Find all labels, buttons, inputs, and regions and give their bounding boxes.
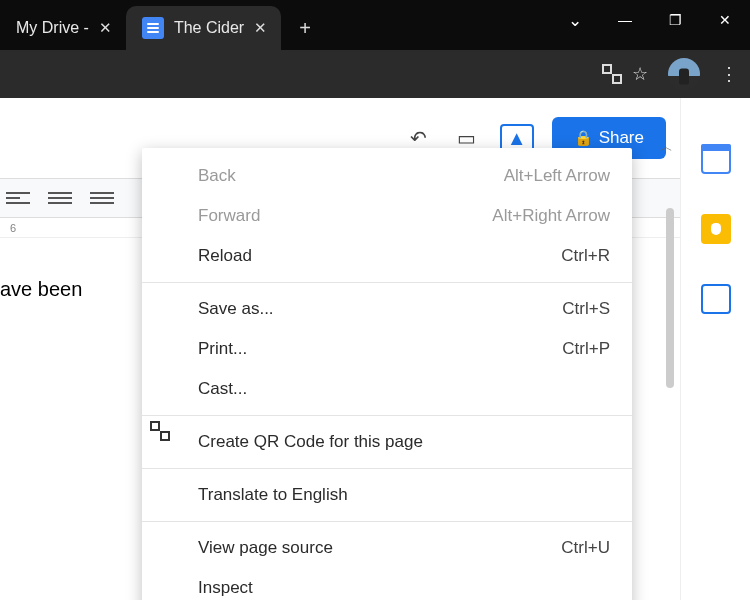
- lock-icon: 🔒: [574, 129, 593, 147]
- ctx-shortcut: Ctrl+P: [562, 339, 610, 359]
- maximize-button[interactable]: ❐: [650, 0, 700, 40]
- align-left-icon[interactable]: [6, 186, 30, 210]
- ctx-print[interactable]: Print... Ctrl+P: [142, 329, 632, 369]
- ctx-separator: [142, 415, 632, 416]
- calendar-app-icon[interactable]: 31: [701, 144, 731, 174]
- window-controls: ⌄ — ❐ ✕: [550, 0, 750, 40]
- close-tab-icon[interactable]: ✕: [254, 19, 267, 37]
- close-window-button[interactable]: ✕: [700, 0, 750, 40]
- ctx-label: View page source: [198, 538, 333, 558]
- ctx-label: Print...: [198, 339, 247, 359]
- browser-menu-icon[interactable]: ⋮: [720, 63, 738, 85]
- line-spacing-icon[interactable]: [90, 186, 114, 210]
- ctx-cast[interactable]: Cast...: [142, 369, 632, 409]
- ctx-shortcut: Alt+Left Arrow: [504, 166, 610, 186]
- close-tab-icon[interactable]: ✕: [99, 19, 112, 37]
- ctx-label: Cast...: [198, 379, 247, 399]
- ctx-shortcut: Ctrl+U: [561, 538, 610, 558]
- ctx-create-qr[interactable]: Create QR Code for this page: [142, 422, 632, 462]
- ctx-shortcut: Alt+Right Arrow: [492, 206, 610, 226]
- ctx-forward: Forward Alt+Right Arrow: [142, 196, 632, 236]
- ctx-inspect[interactable]: Inspect: [142, 568, 632, 600]
- qr-code-icon: [160, 431, 182, 453]
- side-panel-rail: 31 ✔ +: [680, 98, 750, 600]
- ctx-label: Save as...: [198, 299, 274, 319]
- ctx-label: Inspect: [198, 578, 253, 598]
- scrollbar-thumb[interactable]: [666, 208, 674, 388]
- share-label: Share: [599, 128, 644, 148]
- ctx-translate[interactable]: Translate to English: [142, 475, 632, 515]
- ctx-save-as[interactable]: Save as... Ctrl+S: [142, 289, 632, 329]
- browser-titlebar: My Drive - ✕ The Cider ✕ + ⌄ — ❐ ✕: [0, 0, 750, 50]
- profile-avatar[interactable]: [668, 58, 700, 90]
- ctx-label: Forward: [198, 206, 260, 226]
- new-tab-button[interactable]: +: [281, 17, 329, 50]
- keep-app-icon[interactable]: [701, 214, 731, 244]
- context-menu: Back Alt+Left Arrow Forward Alt+Right Ar…: [142, 148, 632, 600]
- ctx-separator: [142, 521, 632, 522]
- ctx-label: Translate to English: [198, 485, 348, 505]
- ctx-label: Back: [198, 166, 236, 186]
- align-justify-icon[interactable]: [48, 186, 72, 210]
- ctx-label: Reload: [198, 246, 252, 266]
- ctx-separator: [142, 282, 632, 283]
- ctx-reload[interactable]: Reload Ctrl+R: [142, 236, 632, 276]
- tab-the-cider[interactable]: The Cider ✕: [126, 6, 281, 50]
- tab-my-drive[interactable]: My Drive - ✕: [0, 6, 126, 50]
- ctx-back: Back Alt+Left Arrow: [142, 156, 632, 196]
- tasks-app-icon[interactable]: ✔: [701, 284, 731, 314]
- ctx-label: Create QR Code for this page: [198, 432, 423, 452]
- tab-title: My Drive -: [16, 19, 89, 37]
- browser-toolbar: ☆ ⋮: [0, 50, 750, 98]
- ruler-mark: 6: [10, 222, 16, 234]
- google-docs-icon: [142, 17, 164, 39]
- scroll-up-arrow[interactable]: ︿: [660, 138, 678, 156]
- ctx-shortcut: Ctrl+R: [561, 246, 610, 266]
- ctx-shortcut: Ctrl+S: [562, 299, 610, 319]
- tab-title: The Cider: [174, 19, 244, 37]
- minimize-button[interactable]: —: [600, 0, 650, 40]
- bookmark-star-icon[interactable]: ☆: [632, 63, 648, 85]
- ctx-view-source[interactable]: View page source Ctrl+U: [142, 528, 632, 568]
- ctx-separator: [142, 468, 632, 469]
- add-addon-button[interactable]: +: [701, 354, 731, 384]
- tab-search-button[interactable]: ⌄: [550, 0, 600, 40]
